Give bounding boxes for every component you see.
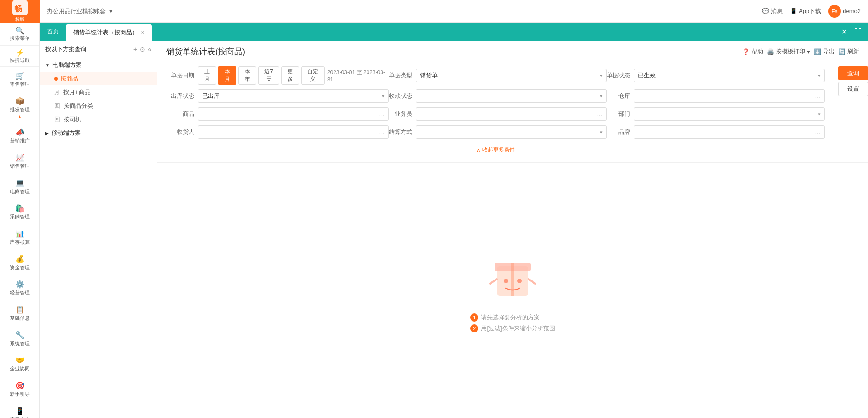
sidebar-item-basic-info[interactable]: 📋 基础信息 [0, 301, 39, 326]
tree-by-printer-label: 按司机 [64, 115, 81, 124]
refresh-button[interactable]: 🔄 刷新 [838, 48, 859, 56]
doc-status-select[interactable]: 已生效 ▾ [634, 69, 825, 82]
out-status-label: 出库状态 [166, 92, 198, 100]
department-control: ▾ [634, 107, 825, 121]
sidebar-item-inventory[interactable]: 📊 库存核算 [0, 225, 39, 250]
date-btn-last-month[interactable]: 上月 [198, 66, 216, 85]
wholesale-icon: 📦 [15, 97, 24, 105]
empty-hint-1: 1 请先选择要分析的方案 [470, 314, 555, 322]
receipt-status-select[interactable]: ▾ [416, 89, 607, 103]
sidebar-item-marketing[interactable]: 📣 营销推广 [0, 124, 39, 149]
svg-point-5 [504, 279, 508, 283]
brand-dots[interactable]: … [815, 129, 821, 136]
salesperson-control: … [416, 107, 607, 121]
sidebar-item-retail[interactable]: 🛒 零售管理 [0, 67, 39, 92]
add-scheme-button[interactable]: + [133, 46, 137, 53]
app-download-icon: 📱 [790, 8, 797, 14]
date-control: 上月 本月 本年 近7天 更多 自定义 2023-03-01 至 2023-03… [198, 66, 389, 85]
action-bar: 查询 设置 [834, 61, 868, 162]
wholesale-label: 批发管理 [10, 106, 30, 113]
salesperson-label: 业务员 [389, 110, 416, 118]
industry-dropdown[interactable]: ▾ [109, 8, 113, 14]
message-button[interactable]: 💬 消息 [762, 7, 783, 15]
brand-select[interactable]: … [634, 125, 825, 139]
chevron-down-icon: ▾ [109, 8, 113, 14]
print-button[interactable]: 🖨️ 按模板打印 ▾ [767, 48, 810, 56]
recipient-select[interactable]: … [198, 125, 389, 139]
close-window-button[interactable]: ✕ [839, 27, 850, 37]
system-icon: 🔧 [15, 331, 24, 339]
filter-row-3: 商品 … 业务员 … [166, 107, 825, 121]
warehouse-select[interactable]: … [634, 89, 825, 103]
product-control: … [198, 107, 389, 121]
doc-status-label: 单据状态 [607, 71, 634, 80]
help-button[interactable]: ❓ 帮助 [742, 48, 763, 56]
out-status-dropdown-icon: ▾ [382, 93, 385, 99]
search-menu-item[interactable]: 🔍 搜索菜单 [0, 23, 39, 46]
message-icon: 💬 [762, 8, 769, 14]
receipt-status-dropdown-icon: ▾ [600, 93, 603, 99]
sidebar-item-enterprise[interactable]: 🤝 企业协同 [0, 352, 39, 377]
department-select[interactable]: ▾ [634, 107, 825, 121]
tree-by-month-product-label: 按月+商品 [63, 88, 90, 96]
tree-node-by-category[interactable]: 回 按商品分类 [40, 99, 157, 113]
tree-pc-parent[interactable]: ▼ 电脑端方案 [40, 58, 157, 72]
date-btn-this-month[interactable]: 本月 [218, 66, 236, 85]
page-header: 销货单统计表(按商品) ❓ 帮助 🖨️ 按模板打印 ▾ ⬇️ 导出 [157, 41, 868, 61]
product-select[interactable]: … [198, 107, 389, 121]
sidebar-item-newbie[interactable]: 🎯 新手引导 [0, 377, 39, 402]
category-icon: 回 [54, 102, 60, 110]
tab-sales-stats[interactable]: 销货单统计表（按商品） ✕ [66, 24, 152, 41]
search-label: 搜索菜单 [0, 35, 39, 42]
quick-nav-item[interactable]: ⚡ 快捷导航 [0, 46, 39, 67]
left-panel: 按以下方案查询 + ⊙ « ▼ 电脑端方案 按商品 月 按月+商品 [40, 41, 157, 418]
tree-node-by-product[interactable]: 按商品 [40, 72, 157, 86]
tree-by-category-label: 按商品分类 [64, 102, 93, 110]
fullscreen-button[interactable]: ⛶ [852, 27, 864, 37]
collapse-panel-button[interactable]: « [148, 46, 151, 53]
receipt-status-control: ▾ [416, 89, 607, 103]
salesperson-select[interactable]: … [416, 107, 607, 121]
salesperson-dots[interactable]: … [597, 111, 603, 118]
tree-mobile-parent[interactable]: ▶ 移动端方案 [40, 126, 157, 140]
tree-node-by-month-product[interactable]: 月 按月+商品 [40, 86, 157, 99]
collapse-filter-button[interactable]: ∧ 收起更多条件 [166, 143, 825, 157]
settlement-select[interactable]: ▾ [416, 125, 607, 139]
left-panel-header: 按以下方案查询 + ⊙ « [40, 41, 157, 58]
out-status-select[interactable]: 已出库 ▾ [198, 89, 389, 103]
app-download-button[interactable]: 📱 App下载 [790, 7, 821, 15]
settings-scheme-button[interactable]: ⊙ [140, 46, 145, 53]
user-profile[interactable]: Ea demo2 [828, 5, 861, 18]
sidebar-item-wholesale[interactable]: 📦 批发管理 ▲ [0, 92, 39, 124]
settlement-control: ▾ [416, 125, 607, 139]
warehouse-dots[interactable]: … [815, 93, 821, 100]
wholesale-expand-icon: ▲ [18, 114, 22, 119]
left-panel-title: 按以下方案查询 [45, 45, 86, 53]
sidebar-item-ecommerce[interactable]: 💻 电商管理 [0, 174, 39, 200]
query-button[interactable]: 查询 [838, 66, 868, 80]
sidebar-item-app-center[interactable]: 📱 应用中心 [0, 402, 39, 418]
tree-node-by-printer[interactable]: 回 按司机 [40, 113, 157, 126]
sidebar-item-operations[interactable]: ⚙️ 经营管理 [0, 276, 39, 301]
app-center-label: 应用中心 [10, 416, 30, 418]
sidebar-item-purchase[interactable]: 🛍️ 采购管理 [0, 200, 39, 225]
product-dots[interactable]: … [379, 111, 385, 118]
hint-1-text: 请先选择要分析的方案 [481, 314, 540, 322]
tab-home[interactable]: 首页 [40, 23, 66, 41]
sidebar-item-finance[interactable]: 💰 资金管理 [0, 250, 39, 276]
date-btn-more[interactable]: 更多 [281, 66, 299, 85]
main-wrapper: 办公用品行业模拟账套 ▾ 💬 消息 📱 App下载 Ea demo2 [40, 0, 868, 418]
date-btn-custom[interactable]: 自定义 [301, 66, 325, 85]
tab-close-icon[interactable]: ✕ [141, 30, 145, 36]
date-btn-7days[interactable]: 近7天 [258, 66, 279, 85]
recipient-dots[interactable]: … [379, 129, 385, 136]
out-status-value: 已出库 [202, 92, 220, 100]
export-button[interactable]: ⬇️ 导出 [814, 48, 835, 56]
sidebar-item-system[interactable]: 🔧 系统管理 [0, 326, 39, 352]
avatar-text: Ea [832, 9, 838, 14]
settings-button[interactable]: 设置 [838, 82, 868, 96]
sidebar-item-sales[interactable]: 📈 销售管理 [0, 149, 39, 174]
date-btn-this-year[interactable]: 本年 [238, 66, 256, 85]
doc-type-select[interactable]: 销货单 ▾ [416, 69, 607, 82]
hint-1-num: 1 [470, 314, 478, 322]
